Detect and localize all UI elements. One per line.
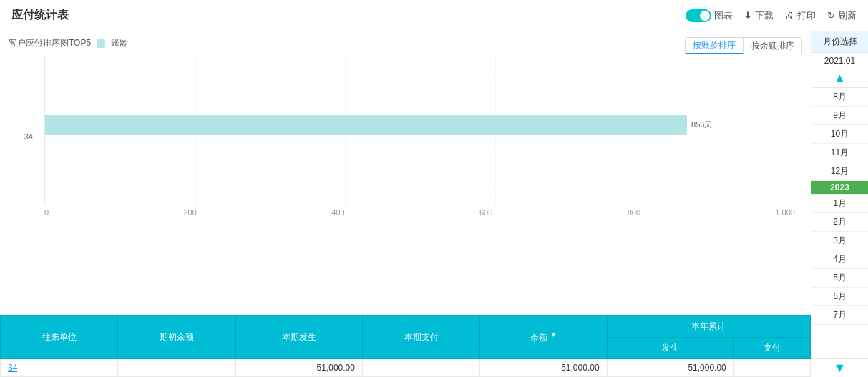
- cell-unit[interactable]: 34: [1, 359, 118, 377]
- chart-plot: 856天: [44, 55, 795, 205]
- month-item-9[interactable]: 9月: [811, 107, 868, 125]
- sort-by-amount-button[interactable]: 按余额排序: [743, 37, 802, 54]
- month-item-6[interactable]: 6月: [811, 288, 868, 306]
- month-item-10[interactable]: 10月: [811, 125, 868, 144]
- x-label-400: 400: [331, 208, 344, 217]
- month-nav-down[interactable]: ▼: [811, 358, 868, 377]
- cell-balance: 51,000.00: [480, 359, 607, 377]
- th-ytd-group: 本年累计: [607, 316, 810, 338]
- print-icon: 🖨: [785, 10, 794, 21]
- chart-section: 客户应付排序图TOP5 账龄 按账龄排序 按余额排序 34: [0, 31, 811, 315]
- y-axis-label-34: 34: [9, 132, 37, 141]
- th-opening: 期初余额: [118, 316, 235, 359]
- cell-opening: [118, 359, 235, 377]
- cell-current-pay: [362, 359, 479, 377]
- refresh-icon: ↻: [827, 10, 835, 21]
- content-area: 客户应付排序图TOP5 账龄 按账龄排序 按余额排序 34: [0, 31, 811, 377]
- th-current-occur: 本期发生: [235, 316, 362, 359]
- sidebar-header: 月份选择: [811, 31, 868, 53]
- app-header: 应付统计表 图表 ⬇ 下载 🖨 打印 ↻ 刷新: [0, 0, 868, 31]
- year-marker-2023: 2023: [811, 181, 868, 195]
- month-item-1[interactable]: 1月: [811, 195, 868, 213]
- x-axis-labels: 0 200 400 600 800 1,000: [44, 205, 795, 227]
- x-label-0: 0: [44, 208, 49, 217]
- sidebar-right: 月份选择 2021.01 ▲ 8月 9月 10月 11月 12月 2023 1月…: [811, 31, 868, 377]
- refresh-label: 刷新: [838, 9, 857, 22]
- chart-area: 34 856天: [9, 55, 802, 227]
- print-label: 打印: [797, 9, 816, 22]
- month-item-11[interactable]: 11月: [811, 144, 868, 162]
- month-item-2[interactable]: 2月: [811, 213, 868, 232]
- month-item-12[interactable]: 12月: [811, 162, 868, 181]
- legend-label: 客户应付排序图TOP5: [9, 37, 91, 49]
- th-balance: 余额 ▼: [480, 316, 607, 359]
- table-row: 34 51,000.00 51,000.00 51,000.00: [1, 359, 811, 377]
- toggle-label: 图表: [714, 9, 733, 22]
- month-item-8[interactable]: 8月: [811, 88, 868, 107]
- bar-value-34: 856天: [691, 119, 712, 130]
- cell-ytd-pay: [733, 359, 810, 377]
- sidebar-date: 2021.01: [811, 53, 868, 69]
- month-item-5[interactable]: 5月: [811, 269, 868, 288]
- refresh-button[interactable]: ↻ 刷新: [827, 9, 857, 22]
- th-ytd-pay: 支付: [733, 338, 810, 359]
- sidebar-months: 8月 9月 10月 11月 12月 2023 1月 2月 3月 4月 5月 6月…: [811, 88, 868, 358]
- x-label-1000: 1,000: [775, 208, 795, 217]
- x-label-600: 600: [479, 208, 492, 217]
- month-nav-up[interactable]: ▲: [811, 69, 868, 88]
- download-icon: ⬇: [744, 10, 752, 21]
- balance-icon: ▼: [550, 331, 557, 338]
- th-ytd-occur: 发生: [607, 338, 733, 359]
- x-label-200: 200: [184, 208, 197, 217]
- cell-ytd-occur: 51,000.00: [607, 359, 733, 377]
- header-actions: 图表 ⬇ 下载 🖨 打印 ↻ 刷新: [686, 9, 857, 22]
- x-label-800: 800: [628, 208, 640, 217]
- download-button[interactable]: ⬇ 下载: [744, 9, 774, 22]
- page-title: 应付统计表: [11, 8, 69, 23]
- month-item-4[interactable]: 4月: [811, 250, 868, 269]
- bar-fill-34: [45, 115, 687, 135]
- month-item-7[interactable]: 7月: [811, 306, 868, 325]
- legend-item: 账龄: [111, 37, 128, 49]
- legend-dot: [97, 39, 105, 48]
- download-label: 下载: [755, 9, 774, 22]
- sort-buttons: 按账龄排序 按余额排序: [685, 37, 802, 54]
- print-button[interactable]: 🖨 打印: [785, 9, 816, 22]
- th-current-pay: 本期支付: [362, 316, 479, 359]
- bar-chart: 34 856天: [9, 55, 802, 227]
- sort-by-balance-button[interactable]: 按账龄排序: [685, 37, 743, 54]
- chart-toggle[interactable]: 图表: [686, 9, 733, 22]
- th-unit: 往来单位: [1, 316, 118, 359]
- cell-current-occur: 51,000.00: [235, 359, 362, 377]
- toggle-switch[interactable]: [686, 9, 711, 22]
- table-section: 往来单位 期初余额 本期发生 本期支付 余额 ▼ 本年累计 发生: [0, 315, 811, 377]
- data-table: 往来单位 期初余额 本期发生 本期支付 余额 ▼ 本年累计 发生: [0, 315, 811, 377]
- bar-row-34: 856天: [45, 115, 795, 135]
- month-item-3[interactable]: 3月: [811, 232, 868, 250]
- chart-legend: 客户应付排序图TOP5 账龄: [9, 37, 128, 49]
- toggle-slider: [686, 9, 711, 22]
- main-area: 客户应付排序图TOP5 账龄 按账龄排序 按余额排序 34: [0, 31, 868, 377]
